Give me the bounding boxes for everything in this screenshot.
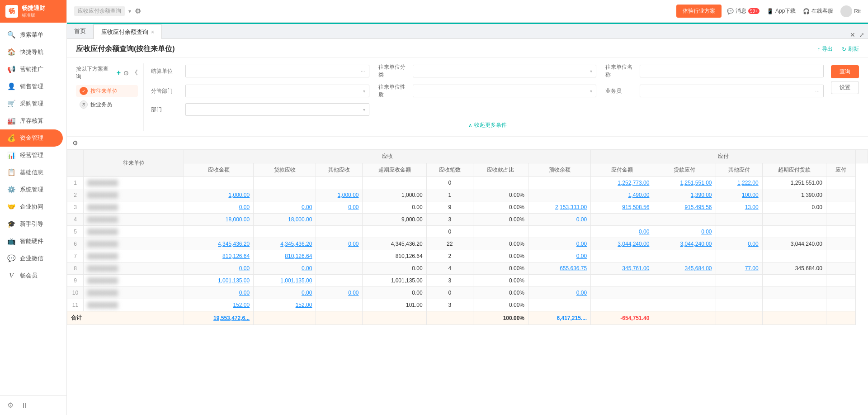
cell-link[interactable]: 0.00: [239, 290, 250, 296]
cell-link[interactable]: 0.00: [639, 229, 649, 235]
tab-close-icon[interactable]: ×: [151, 29, 154, 35]
cell-link[interactable]: 18,000.00: [288, 216, 312, 223]
cell-link[interactable]: 915,508.56: [622, 204, 649, 210]
filter-collapse-icon[interactable]: 《: [132, 69, 138, 77]
sidebar-item-marketing[interactable]: 📢 营销推广: [0, 61, 66, 78]
dept-select[interactable]: ▾: [185, 103, 369, 116]
other-recv: [316, 262, 363, 275]
cell-link[interactable]: 18,000.00: [226, 216, 250, 223]
partner-category-select[interactable]: ▾: [413, 65, 597, 77]
settlement-input[interactable]: ···: [185, 65, 369, 77]
filter-add-icon[interactable]: +: [117, 69, 121, 77]
salesman-input[interactable]: ···: [640, 85, 824, 97]
cell-link[interactable]: 2,153,333.00: [555, 204, 587, 210]
cell-link[interactable]: 3,044,240.00: [680, 241, 712, 247]
service-item[interactable]: 🎧 在线客服: [803, 7, 833, 15]
tab-home[interactable]: 首页: [67, 24, 94, 38]
loan-recv: 810,126.64: [254, 250, 316, 262]
sidebar-item-base[interactable]: 📋 基础信息: [0, 164, 66, 181]
recv-amt: [184, 177, 254, 189]
sidebar-item-inventory[interactable]: 🏭 库存核算: [0, 112, 66, 129]
partner-name-input[interactable]: [640, 65, 824, 77]
sidebar-item-hardware[interactable]: 📺 智能硬件: [0, 233, 66, 250]
sidebar-item-shortcut[interactable]: 🏠 快捷导航: [0, 43, 66, 61]
sidebar-item-wechat[interactable]: 💬 企业微信: [0, 250, 66, 267]
sidebar-item-collab[interactable]: 🤝 企业协同: [0, 198, 66, 215]
cell-link[interactable]: 77.00: [745, 265, 759, 272]
cell-link[interactable]: 1,252,773.00: [618, 180, 649, 186]
cell-link[interactable]: 152.00: [233, 302, 250, 308]
sidebar-item-guide[interactable]: 🎓 新手引导: [0, 215, 66, 233]
cell-link[interactable]: 1,001,135.00: [280, 277, 312, 284]
cell-link[interactable]: 0.00: [701, 229, 712, 235]
cell-link[interactable]: 0.00: [302, 204, 312, 210]
message-item[interactable]: 💬 消息 99+: [727, 7, 760, 15]
cell-link[interactable]: 0.00: [302, 290, 312, 296]
cell-link[interactable]: 13.00: [745, 204, 759, 210]
cell-link[interactable]: 1,000.00: [338, 192, 359, 198]
query-button[interactable]: 查询: [831, 65, 859, 78]
footer-settings-icon[interactable]: ⚙: [7, 401, 14, 410]
cell-link[interactable]: 0.00: [576, 216, 587, 223]
cell-link[interactable]: 1,001,135.00: [218, 277, 250, 284]
cell-link[interactable]: 4,345,436.20: [218, 241, 250, 247]
sidebar-item-operations[interactable]: 📊 经营管理: [0, 147, 66, 164]
cell-link[interactable]: 4,345,436.20: [280, 241, 312, 247]
cell-link[interactable]: 915,495.56: [684, 204, 712, 210]
app-download-item[interactable]: 📱 App下载: [767, 7, 796, 15]
col-loan-recv: 贷款应收: [254, 163, 316, 177]
cell-link[interactable]: 0.00: [348, 290, 359, 296]
cell-link[interactable]: 0.00: [576, 241, 587, 247]
cell-link[interactable]: 810,126.64: [222, 253, 250, 259]
cell-link[interactable]: 152.00: [296, 302, 312, 308]
export-button[interactable]: ↑ 导出: [817, 45, 833, 53]
cell-link[interactable]: 0.00: [576, 290, 587, 296]
sidebar-item-purchase[interactable]: 🛒 采购管理: [0, 95, 66, 112]
cell-link[interactable]: 0.00: [748, 241, 758, 247]
settlement-ellipsis[interactable]: ···: [361, 68, 365, 74]
sidebar-item-finance[interactable]: 💰 资金管理: [0, 129, 63, 147]
sidebar-item-sales[interactable]: 👤 销售管理: [0, 78, 66, 95]
set-button[interactable]: 设置: [831, 81, 859, 94]
cell-link[interactable]: 0.00: [576, 253, 587, 259]
partner-nature-select[interactable]: ▾: [413, 85, 597, 97]
cell-link[interactable]: 3,044,240.00: [618, 241, 649, 247]
cell-link[interactable]: 0.00: [302, 265, 312, 272]
cell-link[interactable]: 100.00: [742, 192, 759, 198]
cell-link[interactable]: 0.00: [239, 204, 250, 210]
collapse-more-button[interactable]: ∧ 收起更多条件: [468, 119, 507, 131]
tab-active[interactable]: 应收应付余额查询 ×: [94, 24, 162, 39]
overdue-pay: 1,251,551.00: [762, 177, 826, 189]
solution-button[interactable]: 体验行业方案: [676, 5, 722, 18]
tab-close-window-icon[interactable]: ✕: [850, 31, 855, 38]
cell-link[interactable]: 0.00: [239, 265, 250, 272]
user-item[interactable]: Rit: [840, 5, 861, 17]
table-settings-icon[interactable]: ⚙: [72, 139, 78, 147]
sidebar-item-search[interactable]: 🔍 搜索菜单: [0, 26, 66, 43]
cell-link[interactable]: 345,684.00: [684, 265, 712, 272]
cell-link[interactable]: 0.00: [348, 241, 359, 247]
cell-link[interactable]: 655,636.75: [560, 265, 587, 272]
sidebar-item-member[interactable]: V 畅会员: [0, 267, 66, 284]
dept-manager-select[interactable]: ▾: [185, 85, 369, 97]
query-type-salesman[interactable]: ⏱ 按业务员: [76, 99, 138, 110]
cell-link[interactable]: 810,126.64: [285, 253, 312, 259]
cell-link[interactable]: 1,251,551.00: [680, 180, 712, 186]
sidebar-item-system[interactable]: ⚙️ 系统管理: [0, 181, 66, 198]
header-gear-icon[interactable]: ⚙: [135, 7, 141, 15]
query-type-partner[interactable]: ✓ 按往来单位: [76, 85, 138, 97]
tab-expand-icon[interactable]: ⤢: [859, 31, 864, 38]
cell-link[interactable]: 1,490.00: [628, 192, 650, 198]
cell-link[interactable]: 1,390.00: [691, 192, 712, 198]
cell-link[interactable]: 1,222.00: [737, 180, 759, 186]
cell-link[interactable]: 0.00: [348, 204, 359, 210]
cell-link[interactable]: 1,000.00: [228, 192, 250, 198]
refresh-button[interactable]: ↻ 刷新: [842, 45, 859, 53]
other-recv: [316, 226, 363, 238]
filter-settings-icon[interactable]: ⊙: [123, 69, 129, 76]
cell-link[interactable]: 345,761.00: [622, 265, 649, 272]
footer-collapse-icon[interactable]: ⏸: [21, 401, 28, 410]
tab-controls: ✕ ⤢: [846, 31, 868, 38]
salesman-ellipsis[interactable]: ···: [815, 88, 820, 94]
footer-overdue-pay: [762, 311, 826, 325]
